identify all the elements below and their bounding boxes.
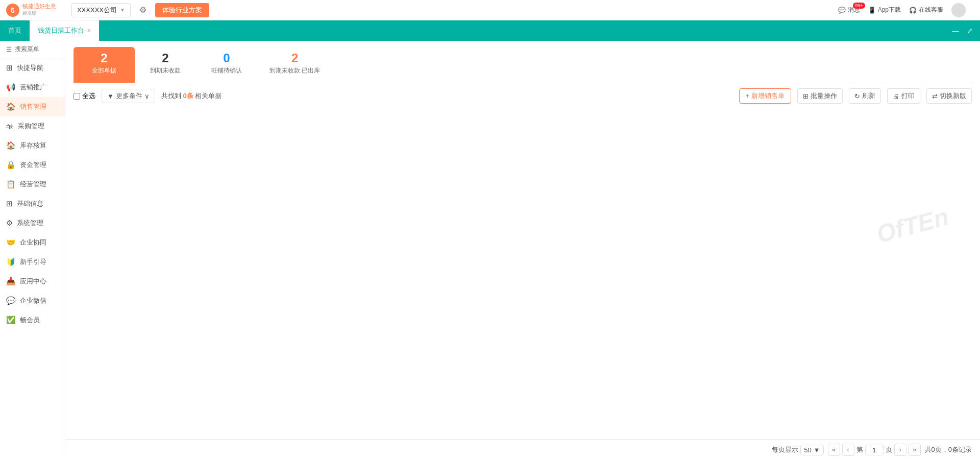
page-input[interactable] [865,445,884,455]
sidebar-item-finance[interactable]: 🔒 资金管理 [0,155,65,175]
tab-close-icon[interactable]: × [87,27,91,34]
stats-tabs: 2 全部单据 2 到期未收款 0 旺铺待确认 2 到期未收款 已出库 [65,41,980,83]
refresh-icon: ↻ [854,92,860,100]
switch-icon: ⇄ [932,92,938,100]
operations-icon: 📋 [6,180,16,189]
tab-active[interactable]: 钱货日清工作台 × [30,20,99,41]
sidebar-item-label: 基础信息 [17,199,43,208]
message-icon: 💬 [838,7,846,14]
last-page-button[interactable]: » [909,444,921,456]
minimize-button[interactable]: — [949,25,962,37]
print-icon: 🖨 [893,92,899,100]
more-filters-label: 更多条件 [116,91,142,101]
sidebar-item-inventory[interactable]: 🏠 库存核算 [0,136,65,155]
switch-button[interactable]: ⇄ 切换新版 [926,88,972,104]
found-suffix: 相关单据 [195,92,222,100]
sidebar-item-enterprise[interactable]: 🤝 企业协同 [0,233,65,252]
content-area: 2 全部单据 2 到期未收款 0 旺铺待确认 2 到期未收款 已出库 全选 [65,41,980,460]
batch-ops-button[interactable]: ⊞ 批量操作 [797,88,843,104]
sidebar-item-basic-info[interactable]: ⊞ 基础信息 [0,194,65,213]
found-prefix: 共找到 [161,92,181,100]
page-size-select-box[interactable]: 50 ▼ [800,445,823,455]
batch-ops-icon: ⊞ [803,92,808,100]
table-area: OfTEn [65,109,980,439]
sidebar-item-sales[interactable]: 🏠 销售管理 [0,97,65,116]
app-subtitle: 标准版 [22,10,56,17]
stat-overdue-label: 到期未收款 [150,66,181,75]
quick-nav-icon: ⊞ [6,63,13,72]
app-download-button[interactable]: 📱 App下载 [868,6,901,14]
member-icon: ✅ [6,316,16,325]
sidebar-item-label: 新手引导 [20,257,46,267]
sidebar-item-member[interactable]: ✅ 畅会员 [0,310,65,330]
inventory-icon: 🏠 [6,141,16,150]
sidebar-item-label: 资金管理 [20,160,46,170]
logo-area: 6 畅捷通好生意 标准版 [6,3,71,16]
messages-badge: 99+ [853,3,865,9]
add-sales-button[interactable]: + 新增销售单 [739,88,791,104]
sidebar-item-label: 企业微信 [20,296,46,305]
system-icon: ⚙ [6,219,13,228]
tab-actions: — ⤢ [949,25,980,37]
stat-shipped-number: 2 [291,51,298,65]
sidebar-item-system[interactable]: ⚙ 系统管理 [0,213,65,233]
marketing-icon: 📢 [6,83,16,92]
online-support-label: 在线客服 [919,6,943,14]
sidebar-search[interactable]: ☰ 搜索菜单 [0,41,65,58]
stat-tab-pending[interactable]: 0 旺铺待确认 [196,47,257,83]
sidebar-item-label: 库存核算 [20,141,46,150]
gear-icon: ⚙ [139,5,146,15]
sidebar-item-marketing[interactable]: 📢 营销推广 [0,78,65,97]
sidebar-item-quick-nav[interactable]: ⊞ 快捷导航 [0,58,65,78]
experience-button[interactable]: 体验行业方案 [155,3,209,17]
sales-icon: 🏠 [6,102,16,111]
watermark: OfTEn [873,202,951,248]
tab-home[interactable]: 首页 [0,20,30,41]
app-center-icon: 📥 [6,277,16,286]
online-support-button[interactable]: 🎧 在线客服 [909,6,943,14]
sidebar-item-wechat[interactable]: 💬 企业微信 [0,291,65,310]
sidebar-item-app-center[interactable]: 📥 应用中心 [0,272,65,291]
print-button[interactable]: 🖨 打印 [887,88,920,104]
chevron-down-icon: ∨ [144,92,150,100]
sidebar-item-beginner[interactable]: 🔰 新手引导 [0,252,65,272]
sidebar-item-label: 企业协同 [20,238,46,247]
stat-all-number: 2 [101,51,107,65]
stat-tab-all[interactable]: 2 全部单据 [74,47,135,83]
stat-pending-label: 旺铺待确认 [211,66,242,75]
stat-tab-overdue[interactable]: 2 到期未收款 [135,47,196,83]
stat-all-label: 全部单据 [92,66,116,75]
home-tab-label: 首页 [8,26,21,35]
stat-tab-shipped[interactable]: 2 到期未收款 已出库 [257,47,332,83]
toolbar: 全选 ▼ 更多条件 ∨ 共找到 0条 相关单据 + 新增销售单 ⊞ 批量操作 [65,83,980,109]
beginner-icon: 🔰 [6,257,16,267]
first-page-icon: « [832,446,836,453]
next-page-button[interactable]: › [894,444,906,456]
found-count: 0条 [183,92,193,100]
select-all-input[interactable] [74,93,80,100]
sidebar-item-purchase[interactable]: 🛍 采购管理 [0,116,65,136]
select-all-label: 全选 [82,91,95,101]
prev-page-button[interactable]: ‹ [842,444,854,456]
refresh-button[interactable]: ↻ 刷新 [849,88,881,104]
batch-ops-label: 批量操作 [811,91,837,101]
maximize-button[interactable]: ⤢ [964,25,976,37]
finance-icon: 🔒 [6,160,16,170]
stat-pending-number: 0 [223,51,230,65]
company-selector[interactable]: XXXXXX公司 ▼ [71,3,131,17]
tab-bar: 首页 钱货日清工作台 × — ⤢ [0,20,980,41]
select-all-checkbox[interactable]: 全选 [74,91,95,101]
avatar[interactable] [951,3,966,17]
logo-icon: 6 [6,4,19,17]
messages-button[interactable]: 💬 消息 99+ [838,6,860,14]
sidebar-item-label: 系统管理 [17,219,43,228]
settings-button[interactable]: ⚙ [136,3,150,17]
toolbar-right: + 新增销售单 ⊞ 批量操作 ↻ 刷新 🖨 打印 ⇄ 切换新版 [739,88,972,104]
sidebar-item-label: 营销推广 [20,83,46,92]
total-info: 共0页，0条记录 [925,445,972,454]
sidebar-item-operations[interactable]: 📋 经营管理 [0,175,65,194]
more-filters-button[interactable]: ▼ 更多条件 ∨ [102,89,155,103]
first-page-button[interactable]: « [828,444,840,456]
found-text: 共找到 0条 相关单据 [161,91,222,101]
main-layout: ☰ 搜索菜单 ⊞ 快捷导航 📢 营销推广 🏠 销售管理 🛍 采购管理 🏠 库存核… [0,41,980,460]
